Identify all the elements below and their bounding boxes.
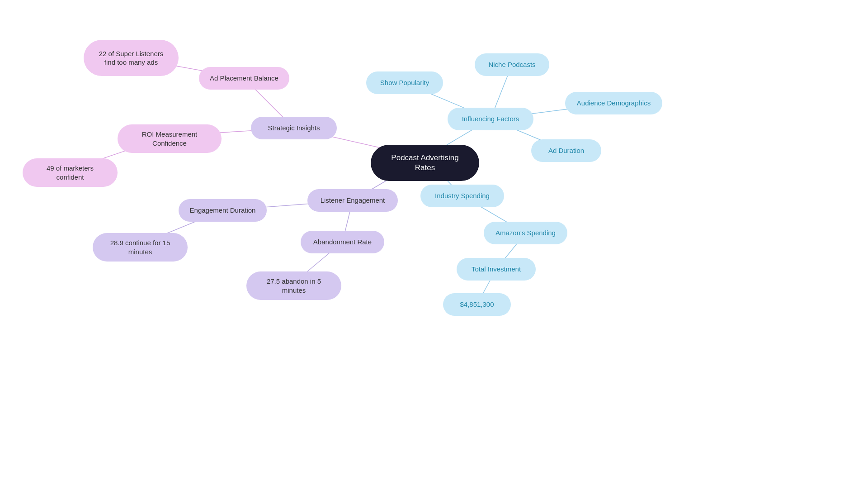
node-listener_engagement: Listener Engagement: [307, 189, 398, 212]
node-continue_15min: 28.9 continue for 15 minutes: [93, 233, 188, 262]
node-influencing_factors: Influencing Factors: [448, 108, 533, 130]
node-roi_measurement: ROI Measurement Confidence: [118, 124, 222, 153]
node-ad_placement_balance: Ad Placement Balance: [199, 67, 289, 90]
node-ad_duration: Ad Duration: [531, 139, 601, 162]
node-super_listeners: 22 of Super Listeners find too many ads: [84, 40, 179, 76]
node-total_investment: Total Investment: [457, 258, 536, 281]
node-audience_demographics: Audience Demographics: [565, 92, 662, 114]
node-abandonment_rate: Abandonment Rate: [301, 231, 384, 253]
node-show_popularity: Show Popularity: [366, 71, 443, 94]
node-amazons_spending: Amazon's Spending: [484, 222, 567, 244]
node-niche_podcasts: Niche Podcasts: [475, 53, 549, 76]
mindmap-container: Podcast Advertising RatesStrategic Insig…: [0, 0, 868, 490]
node-dollar_amount: $4,851,300: [443, 293, 511, 316]
node-abandon_5min: 27.5 abandon in 5 minutes: [246, 271, 341, 300]
node-center: Podcast Advertising Rates: [371, 145, 479, 181]
node-industry_spending: Industry Spending: [420, 185, 504, 207]
node-strategic_insights: Strategic Insights: [251, 117, 337, 139]
node-engagement_duration: Engagement Duration: [179, 199, 267, 222]
node-marketers_confident: 49 of marketers confident: [23, 158, 118, 187]
